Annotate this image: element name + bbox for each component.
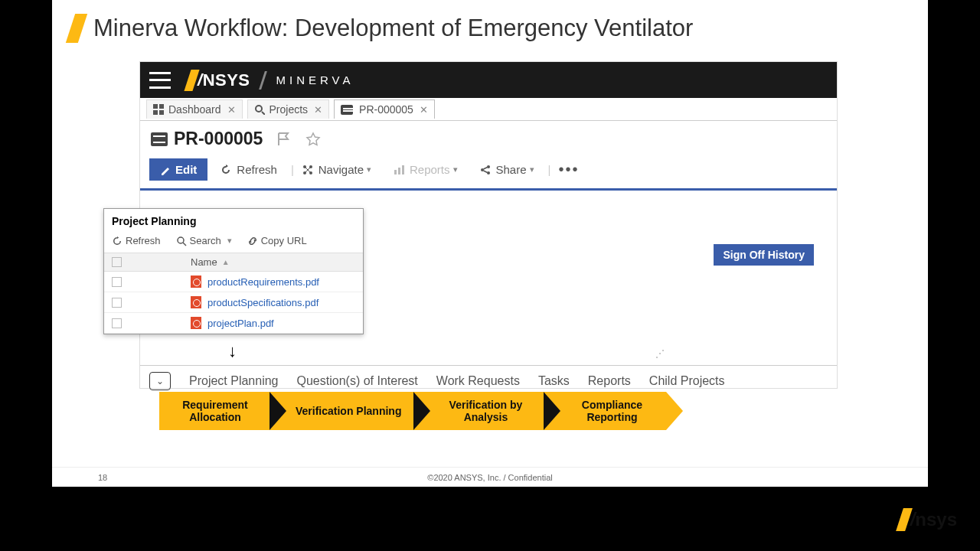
bottom-tab[interactable]: Child Projects — [649, 374, 725, 388]
svg-rect-3 — [159, 110, 164, 115]
popup-toolbar: Refresh Search ▾ Copy URL — [104, 232, 363, 253]
corner-logo: / nsys — [900, 508, 957, 531]
menu-icon[interactable] — [149, 72, 171, 89]
pencil-icon — [160, 165, 171, 175]
divider: | — [548, 163, 551, 176]
bottom-tab[interactable]: Reports — [588, 374, 631, 388]
pdf-icon — [191, 296, 201, 308]
popup-refresh-label: Refresh — [126, 235, 161, 246]
tab-projects[interactable]: Projects ✕ — [247, 99, 330, 119]
popup-header-row: Name ▲ — [104, 253, 363, 272]
more-button[interactable]: ••• — [558, 161, 579, 178]
resize-handle-icon[interactable]: ⋰ — [655, 348, 662, 359]
search-icon — [254, 104, 265, 115]
project-planning-popup: Project Planning Refresh Search ▾ Copy U… — [103, 208, 364, 334]
sort-icon[interactable]: ▲ — [222, 258, 230, 266]
popup-copy-url[interactable]: Copy URL — [247, 235, 307, 246]
file-row[interactable]: projectPlan.pdf — [104, 313, 363, 334]
chevron-down-icon: ▾ — [453, 165, 458, 174]
link-icon — [247, 236, 258, 246]
stage-label: Requirement Allocation — [173, 399, 257, 423]
bottom-tab[interactable]: Work Requests — [436, 374, 520, 388]
close-icon[interactable]: ✕ — [227, 104, 236, 116]
stage-requirement-allocation: Requirement Allocation — [159, 392, 270, 430]
reports-button[interactable]: Reports ▾ — [393, 163, 458, 176]
pdf-icon — [191, 317, 201, 329]
svg-rect-12 — [402, 165, 404, 174]
page-title: PR-000005 — [174, 129, 263, 149]
flag-icon[interactable] — [276, 132, 292, 147]
file-name[interactable]: productSpecifications.pdf — [207, 297, 318, 308]
pdf-icon — [191, 276, 201, 288]
share-button[interactable]: Share ▾ — [479, 163, 534, 176]
stage-verification-planning: Verification Planning — [270, 392, 413, 430]
checkbox[interactable] — [112, 298, 122, 308]
svg-point-15 — [487, 171, 490, 174]
svg-rect-1 — [159, 104, 164, 109]
file-row[interactable]: productSpecifications.pdf — [104, 292, 363, 313]
svg-line-5 — [262, 112, 265, 115]
folder-icon — [151, 132, 168, 146]
bottom-tab[interactable]: Project Planning — [189, 374, 279, 388]
refresh-icon — [220, 164, 232, 176]
slide: Minerva Workflow: Development of Emergen… — [52, 0, 928, 487]
checkbox[interactable] — [112, 257, 122, 267]
chevron-down-icon: ▾ — [227, 236, 232, 246]
close-icon[interactable]: ✕ — [420, 104, 428, 116]
popup-title: Project Planning — [104, 209, 363, 232]
tab-label: Dashboard — [168, 103, 221, 116]
arrow-down-icon: ↓ — [228, 341, 237, 361]
tab-dashboard[interactable]: Dashboard ✕ — [146, 99, 243, 119]
slide-title-bar: Minerva Workflow: Development of Emergen… — [70, 14, 693, 43]
bottom-tab[interactable]: Question(s) of Interest — [297, 374, 418, 388]
star-icon[interactable] — [305, 132, 321, 147]
grid-icon — [153, 104, 164, 115]
share-label: Share — [496, 163, 527, 176]
toolbar: Edit Refresh | Navigate ▾ Reports ▾ Shar — [140, 154, 837, 191]
popup-search[interactable]: Search ▾ — [176, 235, 232, 246]
svg-point-14 — [487, 165, 490, 168]
divider: | — [291, 163, 294, 176]
navigate-button[interactable]: Navigate ▾ — [302, 163, 371, 176]
signoff-history-button[interactable]: Sign Off History — [714, 244, 814, 266]
refresh-button[interactable]: Refresh — [220, 163, 277, 176]
close-icon[interactable]: ✕ — [314, 104, 322, 116]
file-name[interactable]: projectPlan.pdf — [207, 318, 274, 329]
svg-rect-0 — [153, 104, 158, 109]
folder-icon — [341, 105, 353, 115]
brand-name: /NSYS — [198, 70, 250, 90]
popup-refresh[interactable]: Refresh — [112, 235, 161, 246]
tab-pr000005[interactable]: PR-000005 ✕ — [334, 99, 435, 119]
svg-line-17 — [183, 243, 186, 246]
svg-rect-10 — [394, 170, 397, 174]
file-row[interactable]: productRequirements.pdf — [104, 272, 363, 292]
checkbox[interactable] — [112, 318, 122, 328]
tab-strip: Dashboard ✕ Projects ✕ PR-000005 ✕ — [140, 98, 837, 121]
svg-rect-11 — [398, 168, 400, 174]
brand-separator-icon — [258, 70, 269, 91]
bottom-tab[interactable]: Tasks — [538, 374, 570, 388]
file-name[interactable]: productRequirements.pdf — [207, 276, 319, 288]
checkbox[interactable] — [112, 277, 122, 287]
stage-label: Verification Planning — [296, 405, 401, 417]
chevron-down-icon: ▾ — [530, 165, 534, 174]
app-header: /NSYS MINERVA — [140, 62, 837, 98]
page-number: 18 — [98, 473, 107, 482]
stage-compliance-reporting: Compliance Reporting — [544, 392, 666, 430]
search-icon — [176, 236, 187, 246]
svg-rect-2 — [153, 110, 158, 115]
corner-brand: nsys — [915, 509, 957, 530]
tab-label: PR-000005 — [359, 103, 413, 116]
refresh-label: Refresh — [237, 163, 277, 176]
svg-point-16 — [178, 237, 184, 243]
stage-label: Compliance Reporting — [570, 399, 654, 423]
tab-label: Projects — [270, 103, 309, 116]
ellipsis-icon: ••• — [558, 161, 579, 178]
share-icon — [479, 164, 492, 176]
expand-button[interactable]: ⌄ — [149, 372, 171, 390]
process-flow: Requirement Allocation Verification Plan… — [159, 392, 666, 430]
copyright: ©2020 ANSYS, Inc. / Confidential — [427, 473, 552, 482]
stage-label: Verification by Analysis — [439, 399, 531, 423]
edit-button[interactable]: Edit — [149, 158, 207, 181]
column-name[interactable]: Name — [191, 256, 217, 268]
